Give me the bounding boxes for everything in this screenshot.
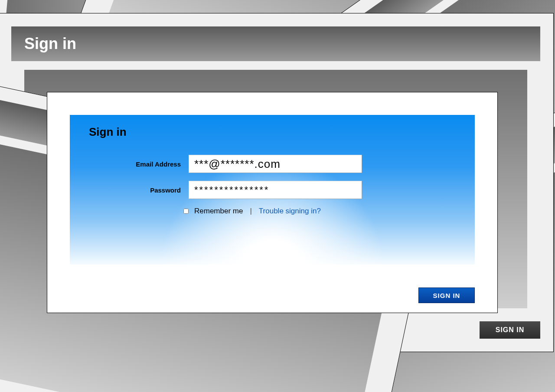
sign-in-button-label: SIGN IN [433,292,460,299]
signin-modal: Sign in Email Address Password Remember … [47,92,498,313]
panel-title: Sign in [89,125,127,139]
aux-row: Remember me | Trouble signing in? [182,207,475,216]
email-input[interactable] [189,155,362,173]
separator: | [250,207,251,216]
password-row: Password [70,181,475,199]
password-label: Password [70,186,189,194]
trouble-signing-in-link[interactable]: Trouble signing in? [259,207,321,216]
signin-form: Email Address Password Remember me | Tro… [70,155,475,216]
bg-window-title: Sign in [24,35,76,53]
email-label: Email Address [70,160,189,168]
remember-me-label: Remember me [194,207,243,216]
password-input[interactable] [189,181,362,199]
sign-in-button[interactable]: SIGN IN [418,287,475,303]
remember-me-checkbox[interactable] [183,209,189,214]
bg-window-button-label: SIGN IN [496,326,525,334]
email-row: Email Address [70,155,475,173]
signin-panel: Sign in Email Address Password Remember … [70,115,475,265]
